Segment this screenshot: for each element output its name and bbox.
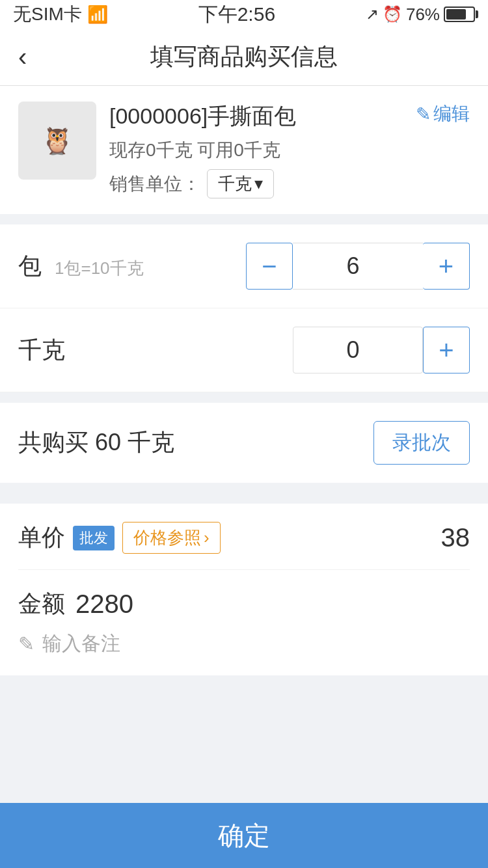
remark-row[interactable]: ✎ 输入备注 [18, 631, 470, 657]
remark-icon: ✎ [18, 632, 34, 655]
total-label: 共购买 60 千克 [18, 427, 174, 459]
price-label: 单价 [18, 522, 65, 554]
separator-1 [0, 493, 488, 504]
edit-button[interactable]: ✎ 编辑 [416, 102, 470, 126]
nav-bar: ‹ 填写商品购买信息 [0, 29, 488, 86]
battery-label: 76% [406, 5, 440, 25]
product-logo: 🦉 [41, 126, 74, 156]
bag-label: 包 1包=10千克 [18, 251, 246, 282]
product-name: [0000006]手撕面包 [109, 102, 403, 131]
quantity-section: 包 1包=10千克 − + 千克 + [0, 224, 488, 392]
bag-row: 包 1包=10千克 − + [0, 224, 488, 308]
bag-plus-button[interactable]: + [423, 243, 470, 290]
product-stock: 现存0千克 可用0千克 [109, 138, 403, 163]
batch-button[interactable]: 录批次 [373, 421, 470, 465]
battery-icon [444, 7, 475, 22]
unit-label: 销售单位： [109, 172, 200, 197]
price-value: 38 [441, 523, 470, 552]
price-label-group: 单价 批发 价格参照 › [18, 522, 221, 554]
product-edit[interactable]: ✎ 编辑 [416, 102, 470, 126]
status-left: 无SIM卡 📶 [13, 2, 108, 27]
price-reference-button[interactable]: 价格参照 › [122, 522, 221, 554]
bag-minus-button[interactable]: − [246, 243, 293, 290]
chevron-right-icon: › [204, 528, 210, 548]
alarm-icon: ⏰ [383, 5, 402, 23]
price-section: 单价 批发 价格参照 › 38 [0, 504, 488, 570]
product-card: 🦉 [0000006]手撕面包 现存0千克 可用0千克 销售单位： 千克 ▾ ✎… [0, 86, 488, 214]
kg-quantity-control: + [293, 327, 470, 373]
chevron-down-icon: ▾ [254, 174, 263, 194]
edit-icon: ✎ [416, 103, 431, 125]
back-button[interactable]: ‹ [18, 42, 27, 72]
product-info: [0000006]手撕面包 现存0千克 可用0千克 销售单位： 千克 ▾ [109, 102, 403, 198]
product-thumbnail: 🦉 [18, 102, 96, 180]
amount-row: 金额 2280 [18, 588, 470, 620]
kg-row: 千克 + [0, 308, 488, 392]
wifi-icon: 📶 [87, 5, 108, 25]
confirm-button[interactable]: 确定 [0, 803, 488, 868]
unit-select[interactable]: 千克 ▾ [207, 169, 274, 198]
total-row: 共购买 60 千克 录批次 [0, 403, 488, 483]
carrier-label: 无SIM卡 [13, 2, 82, 27]
status-bar: 无SIM卡 📶 下午2:56 ↗ ⏰ 76% [0, 0, 488, 29]
bag-quantity-input[interactable] [293, 243, 423, 290]
product-unit-row: 销售单位： 千克 ▾ [109, 169, 403, 198]
amount-value: 2280 [75, 590, 133, 619]
kg-label: 千克 [18, 334, 293, 366]
price-type-tag: 批发 [73, 526, 115, 550]
page-title: 填写商品购买信息 [150, 41, 338, 73]
kg-plus-button[interactable]: + [423, 327, 470, 373]
bag-hint: 1包=10千克 [55, 258, 144, 278]
amount-label: 金额 [18, 588, 65, 620]
status-right: ↗ ⏰ 76% [366, 5, 475, 25]
bag-quantity-control: − + [246, 243, 470, 290]
kg-quantity-input[interactable] [293, 327, 423, 373]
price-row: 单价 批发 价格参照 › 38 [18, 522, 470, 570]
edit-label: 编辑 [433, 102, 470, 126]
unit-value: 千克 [218, 172, 252, 195]
price-ref-label: 价格参照 [133, 526, 201, 549]
status-time: 下午2:56 [198, 1, 275, 28]
amount-section: 金额 2280 ✎ 输入备注 [0, 570, 488, 675]
location-icon: ↗ [366, 5, 379, 23]
remark-placeholder: 输入备注 [42, 631, 120, 657]
